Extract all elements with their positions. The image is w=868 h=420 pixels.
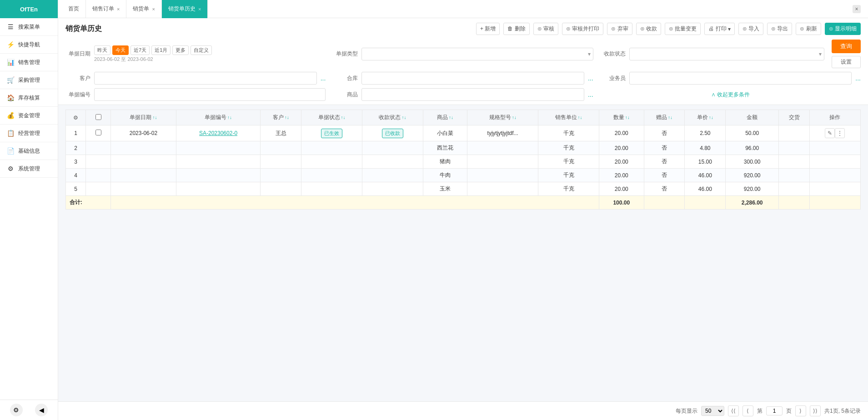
abandon-button[interactable]: ⊙ 弃审 [607,23,632,35]
batch-change-button[interactable]: ⊙ 批量变更 [665,23,701,35]
th-unit-price[interactable]: 单价↑↓ [685,110,726,125]
cell-collect-status [362,169,423,182]
tab-sales-order-close[interactable]: × [117,6,120,12]
sidebar-item-basic-info[interactable]: 📄 基础信息 [0,142,58,160]
goods-input[interactable] [361,88,584,101]
date-more-btn[interactable]: 更多 [172,45,189,55]
goods-dots-btn[interactable]: ... [588,91,593,98]
th-setting[interactable]: ⚙ [66,110,86,125]
edit-btn[interactable]: ✎ [825,128,835,138]
cell-doc-status [301,182,362,196]
customer-dots-btn[interactable]: ... [321,75,326,82]
date-custom-btn[interactable]: 自定义 [191,45,212,55]
th-doc-no[interactable]: 单据编号↑↓ [176,110,260,125]
import-button[interactable]: ⊙ 导入 [738,23,763,35]
print-button[interactable]: 🖨 打印 ▾ [704,23,734,35]
sidebar-item-quick-nav[interactable]: ⚡ 快捷导航 [0,36,58,54]
date-last1month-btn[interactable]: 近1月 [151,45,171,55]
cell-amount: 96.00 [726,141,779,155]
warehouse-input[interactable] [361,72,584,85]
warehouse-dots-btn[interactable]: ... [588,75,593,82]
page-last-btn[interactable]: ⟩⟩ [810,405,821,416]
tab-home[interactable]: 首页 [62,0,86,18]
page-first-btn[interactable]: ⟨⟨ [728,405,739,416]
sidebar-settings-btn[interactable]: ⚙ [10,404,23,416]
audit-print-button[interactable]: ⊙ 审核并打印 [562,23,603,35]
sidebar-item-sales-mgmt[interactable]: 📊 销售管理 [0,54,58,71]
query-button[interactable]: 查询 [832,40,861,53]
more-action-btn[interactable]: ⋮ [835,128,845,138]
customer-input[interactable] [94,72,317,85]
topbar-close-btn[interactable]: × [853,5,861,13]
tab-sales-goods[interactable]: 销货单 × [126,0,161,18]
per-page-select[interactable]: 50 10 20 100 [701,406,724,416]
audit-button[interactable]: ⊙ 审核 [533,23,558,35]
th-collect-status[interactable]: 收款状态↑↓ [362,110,423,125]
summary-total-amount: 2,286.00 [726,196,779,210]
collectstatus-select[interactable] [629,48,824,60]
th-customer[interactable]: 客户↑↓ [261,110,301,125]
show-detail-button[interactable]: ⊙ 显示明细 [825,23,861,35]
page-next-btn[interactable]: ⟩ [795,405,806,416]
cell-checkbox[interactable] [86,182,111,196]
sidebar-item-sys-mgmt[interactable]: ⚙ 系统管理 [0,160,58,178]
set-button[interactable]: 设置 [832,56,861,68]
th-qty[interactable]: 数量↑↓ [599,110,644,125]
salesperson-dots-btn[interactable]: ... [855,75,861,82]
date-last7-btn[interactable]: 近7天 [130,45,150,55]
cell-qty: 20.00 [599,155,644,169]
cell-checkbox[interactable] [86,125,111,141]
table-row: 5玉米千克20.00否46.00920.00 [66,182,861,196]
sales-mgmt-icon: 📊 [6,58,15,66]
sidebar-item-purchase-mgmt[interactable]: 🛒 采购管理 [0,71,58,89]
th-doc-date[interactable]: 单据日期↑↓ [111,110,176,125]
refresh-button[interactable]: ⊙ 刷新 [796,23,821,35]
sidebar-collapse-btn[interactable]: ◀ [35,404,48,416]
print-dropdown-icon: ▾ [728,26,731,32]
page-title: 销货单历史 [65,24,102,34]
sort-spec-icon: ↑↓ [512,115,517,120]
page-prev-btn[interactable]: ⟨ [743,405,753,416]
cell-transaction [779,125,810,141]
th-doc-status[interactable]: 单据状态↑↓ [301,110,362,125]
cell-checkbox[interactable] [86,169,111,182]
tab-sales-history[interactable]: 销货单历史 × [162,0,208,18]
select-all-checkbox[interactable] [95,114,101,120]
sidebar-item-finance-mgmt[interactable]: 💰 资金管理 [0,107,58,125]
th-goods[interactable]: 商品↑↓ [423,110,467,125]
docno-input[interactable] [94,88,326,101]
add-button[interactable]: + 新增 [476,23,500,35]
table-row: 3猪肉千克20.00否15.00300.00 [66,155,861,169]
tab-sales-order[interactable]: 销售订单 × [86,0,126,18]
date-today-btn[interactable]: 今天 [112,45,129,55]
sidebar-item-inventory[interactable]: 🏠 库存核算 [0,89,58,107]
page-number-input[interactable] [766,406,783,415]
doctype-select[interactable] [361,48,593,60]
date-yesterday-btn[interactable]: 昨天 [94,45,110,55]
th-sales-unit[interactable]: 销售单位↑↓ [538,110,599,125]
cell-checkbox[interactable] [86,155,111,169]
th-gift[interactable]: 赠品↑↓ [644,110,685,125]
salesperson-input[interactable] [629,72,852,85]
th-amount: 金额 [726,110,779,125]
collapse-filter-btn[interactable]: ∧ 收起更多条件 [706,89,755,100]
doc-status-badge: 已生效 [321,129,342,138]
cell-checkbox[interactable] [86,141,111,155]
th-spec[interactable]: 规格型号↑↓ [467,110,538,125]
sidebar-item-search-menu[interactable]: ☰ 搜索菜单 [0,18,58,36]
tab-sales-history-close[interactable]: × [198,6,201,12]
row-checkbox[interactable] [95,130,101,135]
tab-sales-goods-close[interactable]: × [152,6,155,12]
delete-button[interactable]: 🗑 删除 [503,23,529,35]
cell-rownum: 1 [66,125,86,141]
doc-no-link[interactable]: SA-20230602-0 [199,130,237,136]
cell-sales-unit: 千克 [538,125,599,141]
table-area: ⚙ 单据日期↑↓ 单据编号↑↓ 客户↑↓ 单据状态↑↓ 收款状态↑↓ 商品↑↓ … [58,105,868,401]
collect-button[interactable]: ⊙ 收款 [636,23,661,35]
main-area: 首页 销售订单 × 销货单 × 销货单历史 × × 销货单历史 + 新增 🗑 删… [58,0,868,420]
sidebar-item-ops-mgmt[interactable]: 📋 经营管理 [0,125,58,142]
doctype-select-wrap: ▾ [361,48,593,60]
export-button[interactable]: ⊙ 导出 [767,23,792,35]
sort-customer-icon: ↑↓ [285,115,289,120]
query-set-btns: 查询 设置 [832,40,861,68]
